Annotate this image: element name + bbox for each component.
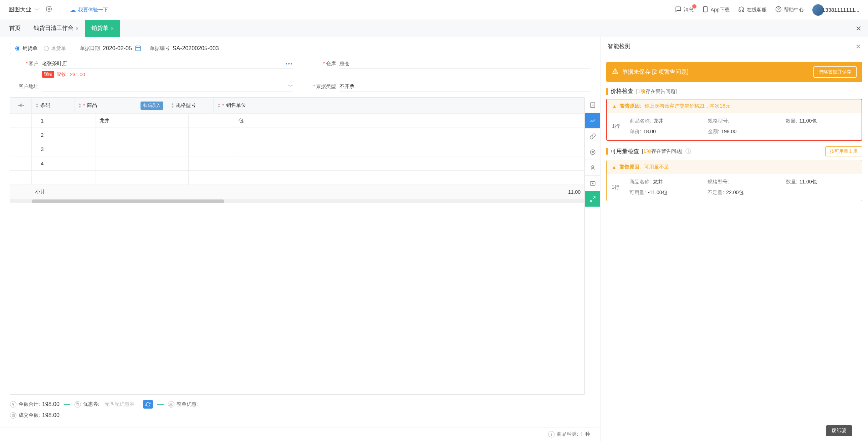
gear-icon[interactable] <box>46 6 52 14</box>
try-experience-link[interactable]: ☁ 我要体验一下 <box>70 6 108 14</box>
side-icon-exchange[interactable] <box>585 144 600 160</box>
row-index: 1行 <box>612 118 630 135</box>
sort-icon: ▲▼ <box>171 103 174 108</box>
coupon-icon: 券 <box>75 401 81 408</box>
dash-icon: — <box>64 401 70 408</box>
warning-banner: 单据未保存 [2 项警告问题] 忽略警告并保存 <box>606 62 862 82</box>
dash-icon: — <box>157 401 164 408</box>
app-download-link[interactable]: App下载 <box>702 6 730 14</box>
side-icon-doc[interactable] <box>585 97 600 113</box>
tab-workbench[interactable]: 钱货日清工作台× <box>27 20 85 37</box>
chevron-down-icon: ﹀ <box>34 7 39 13</box>
bottom-stats: i 商品种类: 1 种 <box>0 427 600 441</box>
scrollbar-thumb[interactable] <box>32 199 224 203</box>
ship-by-stock-button[interactable]: 按可用量出库 <box>825 146 862 156</box>
more-icon[interactable]: ••• <box>286 61 293 67</box>
ignore-save-button[interactable]: 忽略警告并保存 <box>813 66 857 78</box>
warehouse-input[interactable]: 总仓 <box>339 59 591 69</box>
title-bar <box>606 88 608 95</box>
divider <box>61 6 61 14</box>
svg-point-0 <box>48 8 50 10</box>
order-type-group: 销货单 退货单 <box>10 43 71 54</box>
close-icon[interactable]: ✕ <box>856 43 861 51</box>
deal-icon: 成 <box>10 412 16 419</box>
side-icon-chart[interactable] <box>585 113 600 129</box>
sort-icon: ▲▼ <box>78 103 82 108</box>
svg-point-14 <box>592 166 594 168</box>
barcode-header[interactable]: ▲▼条码 <box>32 98 75 113</box>
help-center-link[interactable]: 帮助中心 <box>775 6 804 14</box>
info-icon: i <box>548 431 555 437</box>
invoice-field: *票据类型 不开票 <box>307 82 591 92</box>
title-bar <box>606 148 608 155</box>
gear-column[interactable] <box>10 98 32 113</box>
unit-header[interactable]: ▲▼*销售单位 <box>214 98 260 113</box>
app-download-label: App下载 <box>711 7 730 13</box>
customer-input[interactable]: 老张茶叶店 ••• <box>42 59 293 69</box>
table-row[interactable]: 2 <box>10 128 584 142</box>
user-phone: 13381111111... <box>822 7 859 13</box>
row-index: 1行 <box>612 179 629 196</box>
radio-sale[interactable]: 销货单 <box>15 45 37 52</box>
message-icon <box>675 6 681 14</box>
side-icon-person[interactable] <box>585 160 600 176</box>
warning-icon: ▲ <box>612 164 617 170</box>
spec-header[interactable]: ▲▼规格型号 <box>167 98 214 113</box>
svg-rect-5 <box>136 46 141 51</box>
subtotal-row: 小计 11.00 <box>10 185 584 199</box>
chevron-down-icon[interactable]: ﹀ <box>288 83 293 90</box>
stock-warning-card: ▲ 警告原因: 可用量不足 1行 商品名称:龙井 规格型号: 数量:11.00包… <box>606 160 862 201</box>
side-icon-expand[interactable] <box>585 191 600 207</box>
coupon-field: 券优惠券:无匹配优惠券 <box>75 400 153 409</box>
calendar-icon[interactable] <box>135 45 141 52</box>
table-row[interactable]: 1 龙井 包 <box>10 113 584 128</box>
svg-point-13 <box>590 150 595 155</box>
table-header: ▲▼条码 ▲▼*商品扫码录入 ▲▼规格型号 ▲▼*销售单位 <box>10 98 584 113</box>
org-name: 图图大业 <box>9 6 31 14</box>
warning-icon <box>612 68 618 76</box>
yen-icon: ¥ <box>10 401 16 408</box>
phone-icon <box>702 6 709 14</box>
radio-return[interactable]: 退货单 <box>44 45 66 52</box>
try-text: 我要体验一下 <box>78 7 108 13</box>
service-label: 在线客服 <box>747 7 767 13</box>
coupon-input[interactable]: 无匹配优惠券 <box>102 400 141 408</box>
order-no-field: 单据编号 SA-20200205-003 <box>150 45 219 52</box>
svg-rect-1 <box>704 7 708 12</box>
scan-button[interactable]: 扫码录入 <box>141 102 163 110</box>
table-row[interactable]: 3 <box>10 142 584 156</box>
horizontal-scrollbar[interactable] <box>10 199 584 203</box>
help-icon[interactable]: ⓘ <box>685 148 691 155</box>
table-row[interactable]: 4 <box>10 156 584 170</box>
side-icon-link[interactable] <box>585 129 600 144</box>
product-header[interactable]: ▲▼*商品扫码录入 <box>75 98 167 113</box>
cloud-icon: ☁ <box>70 6 76 14</box>
warehouse-field: *仓库 总仓 <box>307 59 591 78</box>
table-row[interactable] <box>10 170 584 185</box>
side-icon-money[interactable] <box>585 176 600 191</box>
online-service-link[interactable]: 在线客服 <box>738 6 767 14</box>
refresh-button[interactable] <box>143 400 153 409</box>
date-field[interactable]: 单据日期 2020-02-05 <box>80 45 141 52</box>
user-menu[interactable]: 13381111111... <box>812 4 859 16</box>
tab-sales-order[interactable]: 销货单× <box>85 20 120 37</box>
close-icon[interactable]: × <box>76 26 78 31</box>
headset-icon <box>738 6 745 14</box>
close-icon[interactable]: × <box>111 26 113 31</box>
tab-home[interactable]: 首页 <box>3 20 27 37</box>
address-field: 客户地址 ﹀ <box>10 82 293 92</box>
warning-icon: ▲ <box>612 103 617 109</box>
banner-text: 单据未保存 [2 项警告问题] <box>622 68 689 76</box>
close-all-icon[interactable]: ✕ <box>856 24 862 33</box>
address-input[interactable]: ﹀ <box>42 82 293 92</box>
discount-icon: 惠 <box>168 401 174 408</box>
total-amount: ¥金额合计:198.00 <box>10 401 60 408</box>
receivable-info: 现结 应收: 231.00 <box>42 71 293 78</box>
trash-button[interactable]: 废纸篓 <box>826 425 852 436</box>
settle-badge: 现结 <box>42 71 54 78</box>
messages-label: 消息 <box>684 7 694 13</box>
org-selector[interactable]: 图图大业 ﹀ <box>9 6 39 14</box>
messages-link[interactable]: 消息 <box>675 6 694 14</box>
invoice-input[interactable]: 不开票 <box>339 82 591 92</box>
notification-dot <box>692 4 696 9</box>
